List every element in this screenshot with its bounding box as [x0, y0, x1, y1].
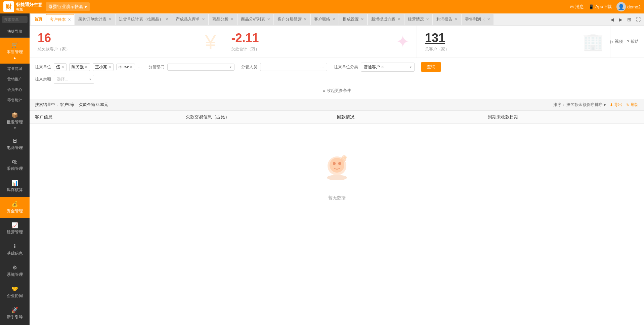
collapse-area: ∧ 收起更多条件: [35, 86, 639, 95]
tab-customer-capital[interactable]: 客户账本 ✕: [46, 14, 74, 25]
tab-close-cost-in[interactable]: ✕: [202, 17, 205, 22]
sidebar-item-new-guide[interactable]: 🚀 新手引导: [0, 303, 30, 324]
video-icon: ▷: [610, 39, 613, 44]
stats-row: ¥ 16 总欠款客户（家） ✦ -2.11 欠款合计（万） 🏢 131 总客户（…: [30, 26, 644, 58]
tab-prev-btn[interactable]: ◀: [608, 17, 616, 22]
sidebar-subitem-retail-stat[interactable]: 零售统计: [0, 95, 30, 105]
tab-purchase-order[interactable]: 采购订单统计表 ✕: [75, 14, 115, 25]
export-icon: ⬇: [610, 103, 613, 107]
filter-tag-chen: 陈民强 ✕: [69, 63, 90, 71]
tab-close-retail-profit[interactable]: ✕: [487, 17, 490, 22]
tab-customer-tier[interactable]: 客户分层经营 ✕: [274, 14, 310, 25]
filter-unitclass-tag: 普通客户 ✕: [364, 64, 384, 70]
tab-close-business-status[interactable]: ✕: [426, 17, 429, 22]
tab-profit-report[interactable]: 利润报告 ✕: [433, 14, 461, 25]
message-icon: ✉: [570, 4, 574, 9]
sidebar-item-quick-nav[interactable]: 快捷导航: [0, 26, 30, 38]
refresh-btn[interactable]: ↻ 刷新: [626, 102, 639, 108]
collapse-button[interactable]: ∧ 收起更多条件: [320, 86, 354, 95]
tab-fullscreen-btn[interactable]: ⛶: [634, 17, 643, 22]
tab-close-new-improve[interactable]: ✕: [397, 17, 400, 22]
filter-balance-select[interactable]: 选择... ▾: [54, 75, 94, 84]
sidebar-item-wholesale[interactable]: 📦 批发管理 ▾: [0, 108, 30, 134]
person-select-dots[interactable]: …: [320, 65, 324, 69]
ecommerce-icon: 🖥: [12, 138, 17, 144]
tab-close-purchase-stat[interactable]: ✕: [165, 17, 168, 22]
filter-tag-wang-close[interactable]: ✕: [108, 65, 111, 69]
collapse-icon: ∧: [323, 88, 326, 93]
tab-close-customer-capital[interactable]: ✕: [68, 17, 71, 22]
query-button[interactable]: 查询: [421, 62, 441, 72]
stat-icon-diamond: ✦: [396, 32, 410, 51]
tab-product-analysis[interactable]: 商品分析 ✕: [209, 14, 237, 25]
filter-tag-chen-close[interactable]: ✕: [85, 65, 88, 69]
unitclass-tag-close[interactable]: ✕: [381, 65, 384, 69]
tab-expand-btn[interactable]: ⊞: [625, 17, 633, 22]
tab-close-customer-tier[interactable]: ✕: [304, 17, 307, 22]
filter-more-dots[interactable]: …: [138, 65, 142, 69]
filter-tag-cjttcw-close[interactable]: ✕: [130, 65, 133, 69]
sidebar-item-business[interactable]: 📈 经营管理: [0, 218, 30, 239]
stat-num-total: 131: [425, 31, 445, 45]
tab-close-product-analysis-list[interactable]: ✕: [267, 17, 270, 22]
sidebar-item-enterprise[interactable]: 🤝 企业协同: [0, 282, 30, 303]
video-btn[interactable]: ▷ 视频: [610, 39, 623, 44]
sidebar-item-inventory[interactable]: 📊 库存核算: [0, 176, 30, 197]
tab-cost-in[interactable]: 产成品入库单 ✕: [172, 14, 208, 25]
sidebar-subitem-member[interactable]: 会员中心: [0, 84, 30, 95]
stat-num-debt: -2.11: [231, 31, 259, 45]
tab-close-customer-connect[interactable]: ✕: [332, 17, 335, 22]
filter-person-label: 分管人员: [241, 64, 257, 70]
logo-text: 畅捷通好生意: [16, 2, 42, 7]
sidebar-item-retail-mgmt[interactable]: 🛒 零售管理 ▲: [0, 38, 30, 64]
tab-improve-setting[interactable]: 提成设置 ✕: [339, 14, 367, 25]
stat-label-total: 总客户（家）: [425, 46, 449, 52]
tab-close-product-analysis[interactable]: ✕: [230, 17, 233, 22]
search-input[interactable]: [2, 16, 28, 23]
sort-select[interactable]: 排序： 按欠款金额倒序排序 ▾: [553, 102, 606, 108]
tab-close-purchase-order[interactable]: ✕: [109, 17, 112, 22]
tab-close-improve-setting[interactable]: ✕: [361, 17, 364, 22]
sidebar-subitem-retail-mall[interactable]: 零售商城: [0, 64, 30, 74]
filter-tag-cjttcw: cjttcw ✕: [116, 64, 135, 70]
arrow-icon-wholesale: ▾: [14, 126, 16, 130]
sidebar-item-ecommerce[interactable]: 🖥 电商管理: [0, 134, 30, 155]
svg-point-3: [333, 162, 336, 165]
stat-card-total-customers: 🏢 131 总客户（家）: [417, 26, 610, 58]
sort-arrow-icon: ▾: [604, 103, 606, 107]
filter-dept-select[interactable]: ▾: [167, 64, 234, 71]
sidebar-subitem-marketing[interactable]: 营销推广: [0, 74, 30, 84]
empty-state: 暂无数据: [30, 124, 644, 228]
tab-purchase-stat[interactable]: 进货单统计表（按商品） ✕: [116, 14, 172, 25]
tab-close-profit-report[interactable]: ✕: [455, 17, 458, 22]
tab-customer-connect[interactable]: 客户联络 ✕: [311, 14, 339, 25]
tab-new-improve[interactable]: 新增提成方案 ✕: [368, 14, 404, 25]
tab-business-status[interactable]: 经营情况 ✕: [404, 14, 432, 25]
stat-label-customers: 总欠款客户（家）: [38, 46, 70, 52]
empty-icon: [320, 151, 354, 191]
account-selector[interactable]: 母婴行业演示帐套 ▾: [46, 2, 90, 11]
col-header-repay: 回款情况: [337, 114, 488, 120]
user-avatar[interactable]: 👤 demo2: [616, 2, 641, 11]
export-btn[interactable]: ⬇ 导出: [610, 102, 622, 108]
sidebar-item-system[interactable]: ⚙ 系统管理: [0, 260, 30, 282]
tab-product-analysis-list[interactable]: 商品分析列表 ✕: [238, 14, 273, 25]
sidebar: 快捷导航 🛒 零售管理 ▲ 零售商城 营销推广 会员中心 零售统计 📦: [0, 13, 30, 325]
filter-person-select[interactable]: …: [260, 63, 327, 71]
filter-area: 往来单位 伍 ✕ 陈民强 ✕ 王小亮 ✕: [30, 58, 644, 99]
sidebar-item-purchase[interactable]: 🛍 采购管理: [0, 155, 30, 176]
tab-next-btn[interactable]: ▶: [617, 17, 625, 22]
empty-text: 暂无数据: [328, 195, 346, 201]
message-btn[interactable]: ✉ 消息: [570, 4, 584, 10]
stat-card-customers: ¥ 16 总欠款客户（家）: [30, 26, 223, 58]
enterprise-icon: 🤝: [11, 286, 18, 292]
filter-tag-wu-close[interactable]: ✕: [61, 65, 64, 69]
sidebar-item-capital[interactable]: 💰 资金管理: [0, 197, 30, 218]
sidebar-item-basic-info[interactable]: ℹ 基础信息: [0, 239, 30, 260]
app-download-btn[interactable]: 📱 App下载: [589, 4, 612, 10]
filter-unitclass-select[interactable]: 普通客户 ✕ ▾: [361, 63, 415, 72]
tab-home[interactable]: 首页: [31, 14, 46, 25]
results-info: 搜索结果中， 客户0家 欠款金额 0.00元: [35, 102, 108, 108]
tab-retail-profit[interactable]: 零售利润（ ✕: [462, 14, 493, 25]
help-btn[interactable]: ? 帮助: [627, 39, 639, 44]
